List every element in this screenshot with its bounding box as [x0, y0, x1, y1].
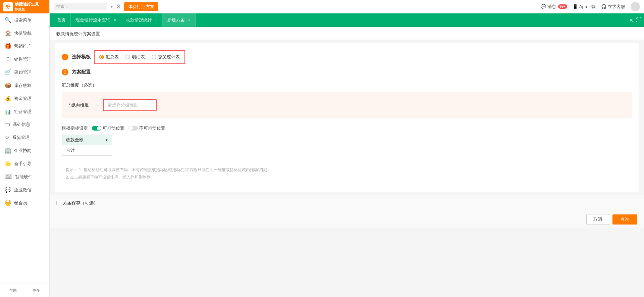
tabbar: 首页现金银行流水查询×收款情况统计×新建方案× ✕ ⛶: [50, 13, 644, 27]
step2-num: 2: [62, 69, 68, 76]
sidebar-item-basic[interactable]: 🗃基础信息: [0, 118, 49, 131]
dimension-select-dropdown[interactable]: 请选择分组维度: [103, 99, 157, 111]
close-window-icon[interactable]: ✕: [629, 17, 633, 23]
dimension-placeholder: 请选择分组维度: [108, 102, 138, 108]
topbar-search-box: 搜索...: [54, 3, 107, 10]
cancel-button[interactable]: 取消: [586, 214, 609, 225]
sidebar-item-enterprise[interactable]: 🏢企业协同: [0, 144, 49, 157]
sidebar-item-system[interactable]: ⚙系统管理: [0, 131, 49, 144]
maximize-icon[interactable]: ⛶: [636, 17, 641, 23]
message-icon: 💬: [541, 4, 546, 9]
page-header: 收款情况统计方案设置: [50, 27, 644, 40]
radio-cross[interactable]: 交叉统计表: [152, 54, 180, 60]
sidebar-item-marketing[interactable]: 🎁营销推广: [0, 40, 49, 53]
download-btn[interactable]: 📱 App下载: [573, 4, 596, 10]
sidebar-item-finance[interactable]: 💰资金管理: [0, 92, 49, 105]
topbar-dropdown-arrow[interactable]: ▾: [111, 4, 113, 9]
draggable-toggle[interactable]: 可拖动位置: [92, 125, 124, 131]
sidebar-item-management[interactable]: 📊经营管理: [0, 105, 49, 118]
tab-bank[interactable]: 现金银行流水查询×: [71, 13, 121, 27]
sidebar-item-member[interactable]: 👑畅会员: [0, 196, 49, 209]
tab-receipt[interactable]: 收款情况统计×: [121, 13, 163, 27]
topbar: 搜索... ▾ ⚙ 体验行业方案 💬 消息 99+ 📱 App下载 🎧 在线客服: [50, 0, 644, 13]
sidebar-item-label-system: 系统管理: [12, 135, 30, 141]
not-draggable-label: 不可拖动位置: [139, 125, 165, 131]
sidebar-item-label-quicknav: 快捷导航: [14, 30, 32, 36]
radio-summary-label: 汇总表: [106, 54, 119, 60]
sidebar-item-newbie[interactable]: 🌟新手引导: [0, 157, 49, 170]
sidebar-item-inventory[interactable]: 📦库存核算: [0, 79, 49, 92]
tab-new-plan[interactable]: 新建方案×: [163, 13, 196, 27]
save-checkbox-box: [56, 201, 61, 205]
sidebar-more-btn[interactable]: 更多: [26, 287, 47, 294]
dimension-title: 汇总维度（必选）: [62, 82, 632, 88]
radio-cross-dot: [152, 55, 156, 59]
step2-title: 方案配置: [72, 69, 91, 75]
tab-close-receipt[interactable]: ×: [155, 18, 158, 22]
sidebar-item-label-enterprise: 企业协同: [14, 148, 32, 154]
dimension-area: * 纵向维度 → 请选择分组维度: [62, 92, 632, 118]
save-checkbox-label: 方案保存（可选）: [63, 200, 98, 206]
sidebar-help-btn[interactable]: 帮助: [3, 287, 24, 294]
radio-detail-label: 明细表: [132, 54, 145, 60]
not-draggable-toggle[interactable]: 不可拖动位置: [128, 125, 165, 131]
draggable-label: 可拖动位置: [103, 125, 124, 131]
notification-badge: 99+: [558, 4, 567, 9]
sidebar-item-label-hardware: 智能硬件: [15, 174, 33, 180]
sidebar-item-purchase[interactable]: 🛒采购管理: [0, 66, 49, 79]
user-avatar[interactable]: [631, 2, 640, 11]
dimension-row: * 纵向维度 → 请选择分组维度: [68, 99, 157, 111]
system-icon: ⚙: [5, 134, 9, 141]
gear-icon[interactable]: ⚙: [116, 3, 121, 10]
sidebar-item-hardware[interactable]: ⌨智能硬件: [0, 170, 49, 183]
metrics-table: 收款金额 ▾ 合计: [62, 135, 112, 156]
logo-sub: 标准版: [15, 7, 39, 12]
tab-close-bank[interactable]: ×: [114, 18, 116, 22]
not-draggable-toggle-switch[interactable]: [128, 126, 138, 131]
sidebar-item-label-purchase: 采购管理: [14, 69, 32, 76]
finance-icon: 💰: [5, 95, 11, 102]
metrics-table-header: 收款金额 ▾: [62, 135, 112, 145]
sidebar-item-search[interactable]: 🔍搜索菜单: [0, 13, 49, 27]
logo-text: 畅捷通好生意: [15, 2, 39, 7]
save-checkbox[interactable]: 方案保存（可选）: [56, 200, 98, 206]
sidebar: 好 畅捷通好生意 标准版 🔍搜索菜单🏠快捷导航🎁营销推广📋销售管理🛒采购管理📦库…: [0, 0, 50, 297]
marketing-icon: 🎁: [5, 43, 11, 49]
metrics-header-chevron[interactable]: ▾: [106, 138, 108, 142]
dimension-config: 汇总维度（必选） * 纵向维度 → 请选择分组维度: [62, 82, 632, 118]
metrics-title: 模板指标设定: [62, 125, 88, 131]
sidebar-item-label-search: 搜索菜单: [14, 17, 32, 23]
tab-home[interactable]: 首页: [52, 13, 71, 27]
sidebar-item-quicknav[interactable]: 🏠快捷导航: [0, 27, 49, 40]
tip-line1: 提示： 1. 拖动标题栏可以调整布局，不可跨维度或指标区域拖动栏目字段(只能在同…: [66, 166, 628, 174]
step2-label: 2 方案配置: [62, 69, 632, 76]
hardware-icon: ⌨: [5, 174, 12, 180]
bottom-bar: 取消 查询: [50, 211, 644, 228]
notification-btn[interactable]: 💬 消息 99+: [541, 4, 567, 10]
tabbar-right-controls: ✕ ⛶: [629, 17, 641, 23]
metrics-header-label: 收款金额: [66, 137, 84, 143]
metrics-label-row: 模板指标设定 可拖动位置 不可拖动位置: [62, 125, 632, 131]
sidebar-item-sales[interactable]: 📋销售管理: [0, 53, 49, 66]
query-button[interactable]: 查询: [612, 214, 637, 225]
radio-detail[interactable]: 明细表: [125, 54, 145, 60]
sidebar-item-wechat[interactable]: 💬企业微信: [0, 183, 49, 196]
sidebar-item-label-finance: 资金管理: [14, 96, 32, 102]
radio-detail-dot: [125, 55, 130, 59]
radio-summary[interactable]: 汇总表: [99, 54, 119, 60]
tab-close-new-plan[interactable]: ×: [188, 18, 191, 22]
draggable-toggle-switch[interactable]: [92, 126, 101, 131]
logo-icon: 好: [3, 2, 13, 11]
main-section: 1 选择模板 汇总表 明细表 交叉统计表: [55, 43, 639, 192]
newbie-icon: 🌟: [5, 160, 11, 167]
topbar-search-placeholder: 搜索...: [56, 4, 68, 9]
tips-section: 提示： 1. 拖动标题栏可以调整布局，不可跨维度或指标区域拖动栏目字段(只能在同…: [62, 162, 632, 185]
basic-icon: 🗃: [5, 121, 10, 128]
member-icon: 👑: [5, 200, 11, 206]
sidebar-logo: 好 畅捷通好生意 标准版: [0, 0, 49, 13]
vertical-dim-label: * 纵向维度: [68, 102, 89, 108]
trial-button[interactable]: 体验行业方案: [124, 2, 158, 11]
download-icon: 📱: [573, 4, 578, 9]
support-btn[interactable]: 🎧 在线客服: [601, 4, 625, 10]
footer-section: 方案保存（可选）: [50, 195, 644, 211]
